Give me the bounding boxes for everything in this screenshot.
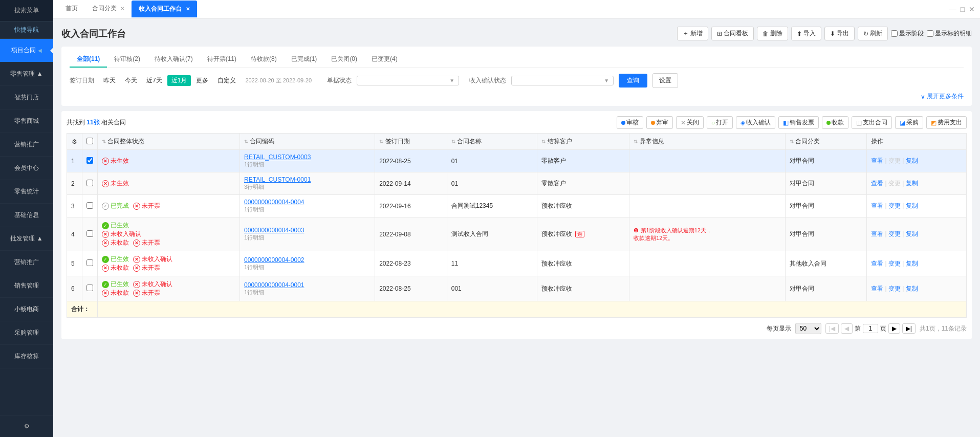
- export-button[interactable]: ⬇ 导出: [824, 27, 855, 40]
- tab-income-workbench[interactable]: 收入合同工作台 ✕: [132, 1, 197, 17]
- sidebar-item-retail[interactable]: 零售管理 ▲: [0, 62, 53, 86]
- copy-action[interactable]: 复制: [906, 230, 918, 237]
- abandon-btn[interactable]: 弃审: [646, 116, 673, 129]
- close-btn[interactable]: ✕ 关闭: [676, 116, 704, 129]
- view-action[interactable]: 查看: [871, 202, 883, 209]
- change-action[interactable]: 变更: [888, 180, 901, 187]
- window-close[interactable]: ✕: [969, 5, 975, 13]
- doc-status-select[interactable]: ▼: [357, 76, 459, 85]
- view-action[interactable]: 查看: [871, 180, 883, 187]
- income-confirm-btn[interactable]: ◈ 收入确认: [736, 116, 775, 129]
- tab-close-income-workbench[interactable]: ✕: [186, 6, 190, 12]
- row-checkbox-4[interactable]: [86, 230, 93, 237]
- tab-home[interactable]: 首页: [58, 0, 85, 18]
- filter-tab-completed[interactable]: 已完成(1): [284, 52, 324, 68]
- sidebar-item-member[interactable]: 会员中心: [0, 157, 53, 180]
- review-btn[interactable]: 审核: [617, 116, 643, 129]
- window-maximize[interactable]: □: [961, 5, 965, 13]
- sidebar-search[interactable]: 搜索菜单: [0, 0, 53, 21]
- sidebar-item-inventory[interactable]: 库存核算: [0, 345, 53, 368]
- expense-out-btn[interactable]: ◩ 费用支出: [926, 116, 967, 129]
- change-action[interactable]: 变更: [888, 285, 901, 292]
- sidebar-item-retail-mall[interactable]: 零售商城: [0, 110, 53, 133]
- copy-action[interactable]: 复制: [906, 202, 918, 209]
- first-page-btn[interactable]: |◀: [825, 323, 839, 334]
- sort-name-icon[interactable]: ⇅: [451, 139, 455, 144]
- sort-code-icon[interactable]: ⇅: [244, 139, 248, 144]
- board-button[interactable]: ⊞ 合同看板: [711, 27, 754, 40]
- sidebar-item-sales[interactable]: 销售管理: [0, 274, 53, 298]
- tab-contract-cat[interactable]: 合同分类 ✕: [85, 0, 132, 18]
- page-number-input[interactable]: [863, 324, 878, 333]
- sort-exception-icon[interactable]: ⇅: [634, 139, 638, 144]
- sales-invoice-btn[interactable]: ◧ 销售发票: [778, 116, 819, 129]
- tab-close-contract-cat[interactable]: ✕: [120, 6, 124, 11]
- sidebar-item-project[interactable]: 项目合同 ◀: [0, 39, 53, 62]
- window-minimize[interactable]: —: [949, 5, 956, 13]
- copy-action[interactable]: 复制: [906, 180, 918, 187]
- sort-overall-icon[interactable]: ⇅: [102, 139, 106, 144]
- date-opt-last7[interactable]: 近7天: [142, 75, 166, 86]
- change-action[interactable]: 变更: [888, 202, 901, 209]
- prev-page-btn[interactable]: ◀: [841, 323, 853, 334]
- sort-customer-icon[interactable]: ⇅: [541, 139, 546, 144]
- page-size-select[interactable]: 50 20 100: [795, 323, 821, 334]
- change-action[interactable]: 变更: [888, 230, 901, 237]
- row-checkbox-5[interactable]: [86, 259, 93, 266]
- date-opt-last1month[interactable]: 近1月: [167, 75, 191, 86]
- show-fields-checkbox-label[interactable]: 显示阶段: [891, 29, 924, 38]
- view-action[interactable]: 查看: [871, 285, 883, 292]
- refresh-button[interactable]: ↻ 刷新: [858, 27, 888, 40]
- purchase-btn[interactable]: ◪ 采购: [895, 116, 923, 129]
- sidebar-settings[interactable]: ⚙: [0, 415, 53, 437]
- filter-tab-pending-review[interactable]: 待审核(2): [107, 52, 147, 68]
- query-button[interactable]: 查询: [619, 74, 647, 88]
- select-all-checkbox[interactable]: [86, 138, 93, 144]
- view-action[interactable]: 查看: [871, 157, 883, 164]
- date-opt-yesterday[interactable]: 昨天: [99, 75, 120, 86]
- collection-btn[interactable]: 收款: [822, 116, 848, 129]
- show-fields-checkbox[interactable]: [891, 30, 898, 37]
- income-confirm-select[interactable]: ▼: [511, 76, 614, 85]
- show-detail-checkbox-label[interactable]: 显示标的明细: [927, 29, 972, 38]
- row-checkbox-2[interactable]: [86, 180, 93, 186]
- sort-date-icon[interactable]: ⇅: [379, 139, 383, 144]
- date-opt-today[interactable]: 今天: [121, 75, 141, 86]
- sort-type-icon[interactable]: ⇅: [790, 139, 794, 144]
- set-button[interactable]: 设置: [652, 73, 678, 88]
- copy-action[interactable]: 复制: [906, 285, 918, 292]
- sidebar-item-basic-info[interactable]: 基础信息: [0, 204, 53, 227]
- next-page-btn[interactable]: ▶: [888, 323, 900, 334]
- contract-code-link[interactable]: RETAIL_CUSTOM-0001: [244, 176, 311, 183]
- last-page-btn[interactable]: ▶|: [902, 323, 916, 334]
- contract-code-link[interactable]: 0000000000004-0004: [244, 199, 304, 206]
- contract-code-link[interactable]: RETAIL_CUSTOM-0003: [244, 154, 311, 161]
- date-opt-custom[interactable]: 自定义: [213, 75, 240, 86]
- sidebar-item-marketing2[interactable]: 营销推广: [0, 251, 53, 274]
- delete-button[interactable]: 🗑 删除: [757, 27, 788, 40]
- view-action[interactable]: 查看: [871, 230, 883, 237]
- row-checkbox-3[interactable]: [86, 202, 93, 209]
- sidebar-item-retail-stats[interactable]: 零售统计: [0, 180, 53, 204]
- sidebar-item-smart-store[interactable]: 智慧门店: [0, 86, 53, 110]
- filter-tab-all[interactable]: 全部(11): [70, 52, 107, 68]
- sidebar-item-xiaochang[interactable]: 小畅电商: [0, 298, 53, 321]
- expenditure-btn[interactable]: ◫ 支出合同: [852, 116, 892, 129]
- sidebar-nav[interactable]: 快捷导航: [0, 21, 53, 39]
- filter-tab-closed[interactable]: 已关闭(0): [324, 52, 364, 68]
- copy-action[interactable]: 复制: [906, 260, 918, 267]
- filter-tab-pending-confirm[interactable]: 待收入确认(7): [147, 52, 200, 68]
- filter-tab-pending-collection[interactable]: 待收款(8): [244, 52, 284, 68]
- filter-tab-pending-invoice[interactable]: 待开票(11): [200, 52, 244, 68]
- date-opt-more[interactable]: 更多: [192, 75, 212, 86]
- expand-more-button[interactable]: ∨ 展开更多条件: [921, 92, 964, 101]
- contract-code-link[interactable]: 0000000000004-0001: [244, 281, 304, 289]
- filter-tab-changed[interactable]: 已变更(4): [364, 52, 405, 68]
- change-action[interactable]: 变更: [888, 157, 901, 164]
- contract-code-link[interactable]: 0000000000004-0003: [244, 227, 304, 234]
- sidebar-item-wholesale[interactable]: 批发管理 ▲: [0, 227, 53, 251]
- sidebar-item-purchase[interactable]: 采购管理: [0, 321, 53, 345]
- contract-code-link[interactable]: 0000000000004-0002: [244, 256, 304, 264]
- change-action[interactable]: 变更: [888, 260, 901, 267]
- sidebar-item-marketing[interactable]: 营销推广: [0, 133, 53, 157]
